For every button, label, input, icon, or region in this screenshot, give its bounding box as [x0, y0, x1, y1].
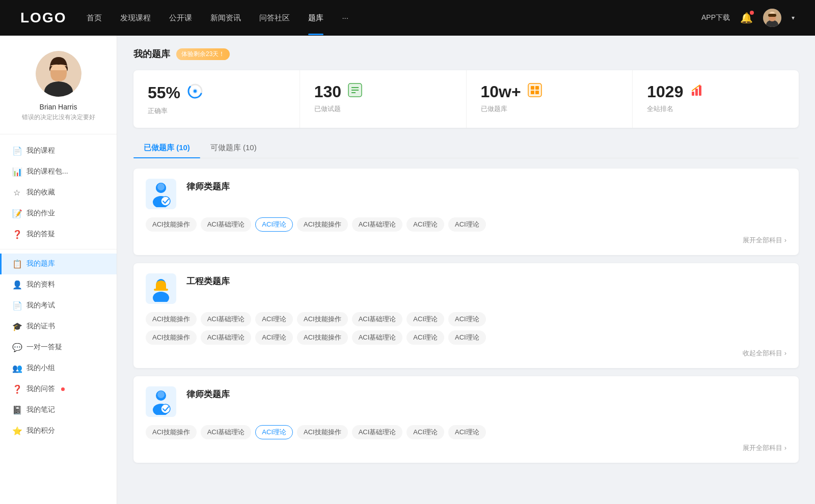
user-chevron[interactable]: ▾ [792, 14, 795, 21]
nav-more[interactable]: ··· [342, 13, 348, 23]
engineer-bank-icon [146, 273, 176, 304]
svg-point-35 [156, 281, 166, 289]
app-download[interactable]: APP下载 [701, 13, 730, 22]
nav-courses[interactable]: 发现课程 [120, 13, 151, 23]
bank-tag-2-4[interactable]: ACI基础理论 [352, 312, 403, 326]
nav-news[interactable]: 新闻资讯 [210, 13, 241, 23]
bank-card-engineer: 工程类题库 ACI技能操作 ACI基础理论 ACI理论 ACI技能操作 ACI基… [133, 263, 799, 368]
sidebar-label-my-courses: 我的课程 [26, 146, 55, 155]
bank-tag-2-1[interactable]: ACI基础理论 [201, 312, 252, 326]
trial-badge: 体验剩余23天！ [176, 48, 230, 60]
sidebar-label-group: 我的小组 [26, 363, 55, 373]
bank-tag-2-5[interactable]: ACI理论 [406, 312, 444, 326]
bank-tag-1-0[interactable]: ACI技能操作 [146, 217, 197, 232]
bank-tag-1-4[interactable]: ACI基础理论 [352, 217, 403, 232]
sidebar-item-group[interactable]: 👥 我的小组 [0, 358, 117, 379]
stat-banks-label: 已做题库 [481, 104, 618, 114]
bank-tags-1: ACI技能操作 ACI基础理论 ACI理论 ACI技能操作 ACI基础理论 AC… [146, 217, 786, 232]
bank-tag-2-7[interactable]: ACI技能操作 [146, 330, 197, 345]
progress-circle-icon [186, 82, 204, 100]
stat-done-top: 130 [314, 82, 452, 101]
bank-tag-3-5[interactable]: ACI理论 [406, 425, 444, 439]
bank-card-header-1: 律师类题库 [146, 179, 786, 209]
sidebar-item-certificate[interactable]: 🎓 我的证书 [0, 316, 117, 337]
sidebar-item-one-on-one[interactable]: 💬 一对一答疑 [0, 337, 117, 358]
question-circle-icon: ❓ [12, 230, 21, 239]
sidebar-item-notes[interactable]: 📓 我的笔记 [0, 400, 117, 421]
bank-tag-2-9[interactable]: ACI理论 [255, 330, 293, 345]
bank-info-2: 工程类题库 [186, 273, 786, 287]
lawyer-icon-svg [148, 181, 174, 207]
sidebar-item-course-package[interactable]: 📊 我的课程包... [0, 161, 117, 182]
sidebar-item-favorites[interactable]: ☆ 我的收藏 [0, 182, 117, 203]
bank-expand-1[interactable]: 展开全部科目 › [146, 236, 786, 245]
sidebar-menu: 📄 我的课程 📊 我的课程包... ☆ 我的收藏 📝 我的作业 ❓ 我的答疑 [0, 138, 117, 452]
sidebar-item-exam[interactable]: 📄 我的考试 [0, 295, 117, 316]
bank-tags-2-row1: ACI技能操作 ACI基础理论 ACI理论 ACI技能操作 ACI基础理论 AC… [146, 312, 786, 326]
bank-tag-1-2[interactable]: ACI理论 [255, 217, 293, 232]
bank-tag-2-13[interactable]: ACI理论 [448, 330, 486, 345]
bank-tag-3-4[interactable]: ACI基础理论 [352, 425, 403, 439]
sidebar-item-question-bank[interactable]: 📋 我的题库 [0, 254, 117, 274]
sidebar-label-question-bank: 我的题库 [26, 259, 55, 268]
tab-done[interactable]: 已做题库 (10) [133, 138, 200, 158]
stat-accuracy: 55% 正确率 [133, 70, 300, 128]
nav-qa[interactable]: 问答社区 [259, 13, 290, 23]
document-icon: 📄 [12, 146, 21, 156]
bank-tag-3-0[interactable]: ACI技能操作 [146, 425, 197, 439]
lawyer-icon-svg-2 [148, 388, 174, 415]
main-content: 我的题库 体验剩余23天！ 55% 正确率 [117, 36, 815, 504]
sidebar-item-points[interactable]: ⭐ 我的积分 [0, 421, 117, 441]
bank-tag-2-2[interactable]: ACI理论 [255, 312, 293, 326]
bank-tag-3-1[interactable]: ACI基础理论 [201, 425, 252, 439]
bar-chart-icon [689, 82, 704, 98]
bank-expand-3[interactable]: 展开全部科目 › [146, 443, 786, 453]
stat-done-questions: 130 已做试题 [300, 70, 467, 128]
bank-expand-2[interactable]: 收起全部科目 › [146, 349, 786, 358]
sidebar-label-points: 我的积分 [26, 426, 55, 435]
sidebar-avatar [36, 51, 82, 97]
lawyer-bank-icon-1 [146, 179, 176, 209]
group-icon: 👥 [12, 363, 21, 373]
user-avatar[interactable] [763, 9, 781, 27]
stat-accuracy-value: 55% [148, 83, 180, 102]
notification-bell[interactable]: 🔔 [740, 12, 753, 24]
bank-tag-2-8[interactable]: ACI基础理论 [201, 330, 252, 345]
tab-available[interactable]: 可做题库 (10) [200, 138, 267, 158]
bank-card-lawyer-1: 律师类题库 ACI技能操作 ACI基础理论 ACI理论 ACI技能操作 ACI基… [133, 169, 799, 255]
tabs-row: 已做题库 (10) 可做题库 (10) [133, 138, 799, 158]
bank-tag-1-5[interactable]: ACI理论 [406, 217, 444, 232]
sidebar-item-my-courses[interactable]: 📄 我的课程 [0, 141, 117, 161]
sidebar-item-my-qa[interactable]: ❓ 我的问答 [0, 379, 117, 400]
bank-name-1: 律师类题库 [186, 179, 786, 192]
stat-ranking-value: 1029 [647, 82, 683, 101]
certificate-icon: 🎓 [12, 322, 21, 331]
bank-tag-2-11[interactable]: ACI基础理论 [352, 330, 403, 345]
bank-tag-1-3[interactable]: ACI技能操作 [297, 217, 348, 232]
bank-tag-2-3[interactable]: ACI技能操作 [297, 312, 348, 326]
svg-rect-21 [535, 91, 539, 94]
sidebar-item-questions[interactable]: ❓ 我的答疑 [0, 224, 117, 245]
bank-tag-1-6[interactable]: ACI理论 [448, 217, 486, 232]
layout: Brian Harris 错误的决定比没有决定要好 📄 我的课程 📊 我的课程包… [0, 36, 815, 504]
nav-open[interactable]: 公开课 [169, 13, 192, 23]
bank-tag-2-10[interactable]: ACI技能操作 [297, 330, 348, 345]
nav-home[interactable]: 首页 [87, 13, 102, 23]
grid-icon [527, 82, 542, 98]
sidebar-divider-1 [0, 134, 117, 134]
bank-tag-2-6[interactable]: ACI理论 [448, 312, 486, 326]
bank-tag-1-1[interactable]: ACI基础理论 [201, 217, 252, 232]
bank-tag-3-2[interactable]: ACI理论 [255, 425, 293, 439]
nav-question-bank[interactable]: 题库 [308, 13, 323, 23]
bank-tag-2-12[interactable]: ACI理论 [406, 330, 444, 345]
bank-tag-3-3[interactable]: ACI技能操作 [297, 425, 348, 439]
sidebar-item-homework[interactable]: 📝 我的作业 [0, 203, 117, 224]
stat-accuracy-top: 55% [148, 82, 285, 103]
bank-tag-2-0[interactable]: ACI技能操作 [146, 312, 197, 326]
svg-point-38 [157, 391, 165, 398]
profile-avatar-svg [36, 51, 82, 97]
bank-info-1: 律师类题库 [186, 179, 786, 192]
sidebar-item-profile[interactable]: 👤 我的资料 [0, 274, 117, 295]
questions-done-icon [347, 82, 363, 101]
bank-tag-3-6[interactable]: ACI理论 [448, 425, 486, 439]
